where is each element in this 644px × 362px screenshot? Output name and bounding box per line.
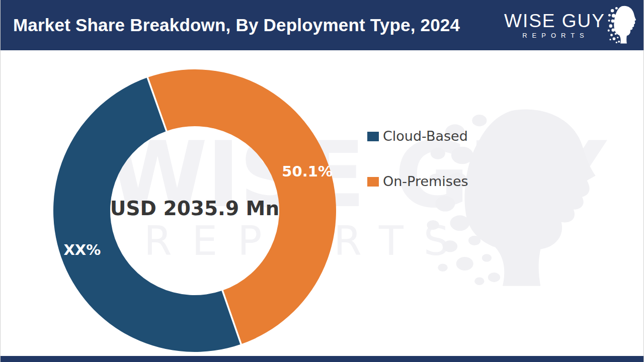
legend-label: On-Premises [383, 173, 468, 190]
legend-swatch [367, 132, 379, 141]
brand-logo-text: WISE GUY REPORTS [504, 12, 605, 39]
legend-item-on-premises: On-Premises [367, 173, 468, 190]
brand-head-icon [607, 5, 636, 46]
brand-logo: WISE GUY REPORTS [504, 0, 636, 50]
brand-name: WISE GUY [504, 12, 605, 30]
chart-legend: Cloud-BasedOn-Premises [367, 128, 468, 190]
segment-label-cloud-based: XX% [63, 241, 101, 258]
segment-label-on-premises: 50.1% [282, 163, 333, 180]
brand-subname: REPORTS [520, 32, 589, 39]
legend-swatch [367, 177, 379, 187]
chart-center-value: USD 2035.9 Mn [94, 197, 295, 220]
header-bar: Market Share Breakdown, By Deployment Ty… [1, 0, 643, 50]
report-image: Market Share Breakdown, By Deployment Ty… [0, 0, 644, 362]
footer-bar [1, 356, 643, 362]
legend-item-cloud-based: Cloud-Based [367, 128, 468, 144]
page-title: Market Share Breakdown, By Deployment Ty… [1, 15, 460, 35]
legend-label: Cloud-Based [383, 128, 468, 144]
